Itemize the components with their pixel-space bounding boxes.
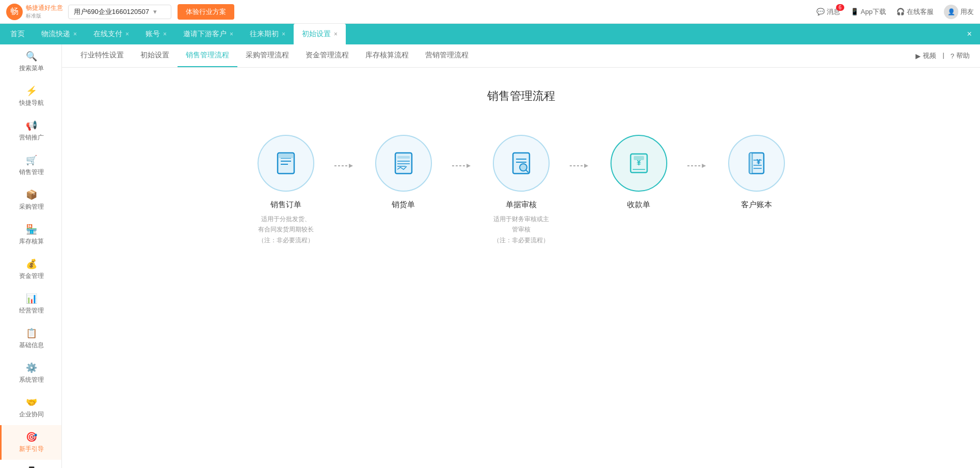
sidebar-item-enterprise[interactable]: 🤝 企业协同: [0, 391, 61, 425]
close-icon[interactable]: ×: [125, 30, 129, 38]
sidebar-item-search[interactable]: 🔍 搜索菜单: [0, 44, 61, 79]
close-icon[interactable]: ×: [73, 30, 77, 38]
sidebar-item-basic-info[interactable]: 📋 基础信息: [0, 321, 61, 356]
flow-desc-review: 适用于财务审核或主管审核（注：非必要流程）: [493, 214, 549, 245]
box-icon: 📦: [26, 189, 37, 200]
flow-title: 销售管理流程: [72, 88, 970, 104]
gear-icon: ⚙️: [26, 362, 37, 373]
content-area: 行业特性设置 初始设置 销售管理流程 采购管理流程 资金管理流程 库存核算流程 …: [62, 44, 980, 468]
sidebar-item-newguide[interactable]: 🎯 新手引导: [0, 425, 61, 460]
megaphone-icon: 📢: [26, 120, 37, 131]
close-all-tabs-button[interactable]: ×: [961, 29, 978, 39]
sub-tab-finance-flow[interactable]: 资金管理流程: [297, 44, 357, 67]
user-selector[interactable]: 用户690企业1660120507 ▾: [68, 5, 171, 19]
message-button[interactable]: 💬 消息 6: [816, 7, 840, 17]
nav-tab-account[interactable]: 账号 ×: [137, 24, 175, 44]
lightning-icon: ⚡: [26, 85, 37, 97]
sidebar-item-operations[interactable]: 📊 经营管理: [0, 287, 61, 321]
sidebar-item-inventory[interactable]: 🏪 库存核算: [0, 217, 61, 252]
flow-step-review[interactable]: 单据审核 适用于财务审核或主管审核（注：非必要流程）: [475, 135, 568, 245]
svg-rect-28: [749, 153, 752, 174]
nav-tab-logistics[interactable]: 物流快递 ×: [33, 24, 85, 44]
flow-desc-sales-order: 适用于分批发货、有合同发货周期较长（注：非必要流程）: [258, 214, 314, 245]
close-icon[interactable]: ×: [230, 30, 233, 38]
handshake-icon: 🤝: [26, 397, 37, 408]
sidebar-item-quicknav[interactable]: ⚡ 快捷导航: [0, 79, 61, 114]
play-icon: ▶: [915, 52, 921, 60]
sub-tab-industry[interactable]: 行业特性设置: [72, 44, 132, 67]
close-icon[interactable]: ×: [334, 30, 338, 38]
logo-area: 畅 畅捷通好生意 标准版: [6, 4, 68, 20]
sub-tab-purchase-flow[interactable]: 采购管理流程: [237, 44, 297, 67]
online-service-button[interactable]: 🎧 在线客服: [896, 7, 934, 17]
flow-step-receipt[interactable]: ¥ 收款单: [592, 135, 685, 214]
svg-marker-26: [702, 164, 706, 168]
app-download-button[interactable]: 📱 App下载: [850, 7, 886, 17]
flow-circle-invoice: [375, 135, 432, 192]
nav-tab-invite[interactable]: 邀请下游客户 ×: [175, 24, 242, 44]
main-layout: 🔍 搜索菜单 ⚡ 快捷导航 📢 营销推广 🛒 销售管理 📦 采购管理 🏪 库存核…: [0, 44, 980, 468]
sub-tab-sales-flow[interactable]: 销售管理流程: [178, 44, 237, 67]
phone-icon: 📱: [850, 8, 859, 15]
logo-icon: 畅: [6, 4, 23, 20]
warehouse-icon: 🏪: [26, 224, 37, 235]
flow-arrow-3: [570, 135, 590, 171]
flow-name-sales-order: 销售订单: [270, 200, 301, 210]
flow-circle-ledger: ¥: [728, 135, 785, 192]
video-action[interactable]: ▶ 视频: [915, 51, 936, 60]
svg-marker-20: [584, 164, 588, 168]
flow-circle-sales-order: [258, 135, 314, 192]
flow-name-invoice: 销货单: [392, 200, 415, 210]
sidebar-item-appcenter[interactable]: 📱 应用中心: [0, 460, 61, 468]
svg-rect-8: [397, 156, 410, 159]
phone-icon: 📱: [26, 466, 37, 468]
avatar: 👤: [944, 5, 958, 19]
nav-tab-home[interactable]: 首页: [2, 24, 33, 44]
cart-icon: 🛒: [26, 154, 37, 166]
message-icon: 💬: [816, 8, 825, 15]
sub-tab-marketing-flow[interactable]: 营销管理流程: [417, 44, 477, 67]
nav-tab-payment[interactable]: 在线支付 ×: [85, 24, 137, 44]
svg-marker-13: [467, 164, 471, 168]
flow-circle-review: [493, 135, 550, 192]
flow-step-sales-order[interactable]: 销售订单 适用于分批发货、有合同发货周期较长（注：非必要流程）: [239, 135, 332, 245]
nav-tabs: 首页 物流快递 × 在线支付 × 账号 × 邀请下游客户 × 往来期初 × 初始…: [0, 24, 980, 44]
chevron-down-icon: ▾: [153, 8, 157, 15]
sub-tab-actions: ▶ 视频 | ? 帮助: [915, 51, 970, 60]
sidebar-item-system[interactable]: ⚙️ 系统管理: [0, 356, 61, 391]
flow-name-receipt: 收款单: [627, 200, 650, 210]
close-icon[interactable]: ×: [282, 30, 285, 38]
sidebar-item-purchase[interactable]: 📦 采购管理: [0, 183, 61, 217]
nav-tab-initial-setup[interactable]: 初始设置 ×: [294, 24, 346, 44]
experience-button[interactable]: 体验行业方案: [178, 4, 234, 20]
flow-content: 销售管理流程 销售订单 适用于分批: [62, 68, 980, 266]
flow-diagram: 销售订单 适用于分批发货、有合同发货周期较长（注：非必要流程）: [72, 135, 970, 245]
sidebar: 🔍 搜索菜单 ⚡ 快捷导航 📢 营销推广 🛒 销售管理 📦 采购管理 🏪 库存核…: [0, 44, 62, 468]
help-icon: ?: [951, 52, 954, 60]
flow-step-ledger[interactable]: ¥ 客户账本: [710, 135, 803, 214]
headset-icon: 🎧: [896, 8, 905, 15]
sidebar-item-sales[interactable]: 🛒 销售管理: [0, 148, 61, 183]
svg-marker-6: [349, 164, 353, 168]
flow-name-review: 单据审核: [506, 200, 537, 210]
help-action[interactable]: ? 帮助: [951, 51, 970, 60]
guide-icon: 🎯: [26, 431, 37, 443]
nav-tab-period[interactable]: 往来期初 ×: [242, 24, 294, 44]
svg-rect-24: [634, 156, 644, 160]
flow-arrow-4: [687, 135, 708, 171]
close-icon[interactable]: ×: [163, 30, 167, 38]
svg-point-17: [520, 164, 527, 171]
logo-text: 畅捷通好生意 标准版: [26, 4, 63, 19]
top-bar: 畅 畅捷通好生意 标准版 用户690企业1660120507 ▾ 体验行业方案 …: [0, 0, 980, 24]
search-icon: 🔍: [26, 51, 37, 62]
flow-step-invoice[interactable]: 销货单: [357, 135, 450, 214]
sidebar-item-finance[interactable]: 💰 资金管理: [0, 252, 61, 287]
top-right: 💬 消息 6 📱 App下载 🎧 在线客服 👤 用友: [816, 5, 974, 19]
user-menu[interactable]: 👤 用友: [944, 5, 974, 19]
flow-circle-receipt: ¥: [611, 135, 667, 192]
sub-tabs: 行业特性设置 初始设置 销售管理流程 采购管理流程 资金管理流程 库存核算流程 …: [62, 44, 980, 68]
sub-tab-inventory-flow[interactable]: 库存核算流程: [357, 44, 417, 67]
flow-arrow-1: [334, 135, 355, 171]
sidebar-item-marketing[interactable]: 📢 营销推广: [0, 114, 61, 148]
sub-tab-initial[interactable]: 初始设置: [132, 44, 178, 67]
